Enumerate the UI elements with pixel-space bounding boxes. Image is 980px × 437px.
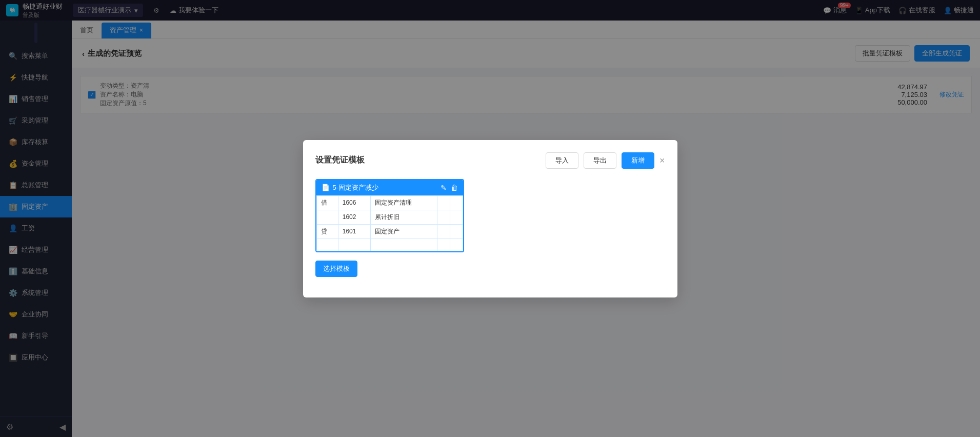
import-button[interactable]: 导入 <box>546 152 578 169</box>
template-row-debit-1 <box>437 195 450 210</box>
template-row-name-3: 固定资产 <box>371 224 437 239</box>
template-row-4 <box>316 239 463 251</box>
select-template-container: 选择模板 <box>315 261 665 277</box>
dialog-close-button[interactable]: × <box>659 156 665 165</box>
template-table: 借 1606 固定资产清理 1602 <box>316 195 463 251</box>
template-row-credit-1 <box>450 195 463 210</box>
dialog-toolbar: 导入 导出 新增 <box>546 152 654 169</box>
template-row-code-1: 1606 <box>338 195 371 210</box>
app-container: 畅 畅捷通好业财 普及版 医疗器械行业演示 ▾ ⚙ ☁ 我要体验一下 💬 消息 … <box>0 0 980 437</box>
template-card: 📄 5-固定资产减少 ✎ 🗑 <box>315 179 464 252</box>
template-row-code-4 <box>338 239 371 251</box>
template-row-3: 贷 1601 固定资产 <box>316 224 463 239</box>
template-row-code-3: 1601 <box>338 224 371 239</box>
template-row-type-3: 贷 <box>316 224 338 239</box>
dialog: 设置凭证模板 导入 导出 新增 × <box>303 140 677 297</box>
dialog-title: 设置凭证模板 <box>315 155 365 166</box>
template-edit-icon[interactable]: ✎ <box>441 184 447 192</box>
template-row-name-4 <box>371 239 437 251</box>
template-row-type-1: 借 <box>316 195 338 210</box>
dialog-header-right: 导入 导出 新增 × <box>546 152 665 169</box>
template-card-header-left: 📄 5-固定资产减少 <box>322 183 379 192</box>
export-button[interactable]: 导出 <box>584 152 616 169</box>
template-file-icon: 📄 <box>322 184 330 191</box>
template-row-debit-2 <box>437 210 450 224</box>
template-row-type-2 <box>316 210 338 224</box>
modal-overlay[interactable]: 设置凭证模板 导入 导出 新增 × <box>72 39 980 437</box>
page-content: ‹ 生成的凭证预览 批量凭证模板 全部生成凭证 ✓ 变动类型：资产清 <box>72 39 980 437</box>
content-area: 首页 资产管理 × ‹ 生成的凭证预览 批 <box>72 21 980 437</box>
template-row-debit-4 <box>437 239 450 251</box>
template-row-debit-3 <box>437 224 450 239</box>
dialog-body: 📄 5-固定资产减少 ✎ 🗑 <box>315 179 665 285</box>
template-row-code-2: 1602 <box>338 210 371 224</box>
main-layout: 🔍 搜索菜单 ⚡ 快捷导航 📊 销售管理 🛒 采购管理 📦 库存核算 <box>0 21 980 437</box>
template-row-type-4 <box>316 239 338 251</box>
template-row-name-2: 累计折旧 <box>371 210 437 224</box>
template-row-credit-3 <box>450 224 463 239</box>
template-row-credit-2 <box>450 210 463 224</box>
dialog-header: 设置凭证模板 导入 导出 新增 × <box>315 152 665 169</box>
template-row-credit-4 <box>450 239 463 251</box>
template-row-name-1: 固定资产清理 <box>371 195 437 210</box>
template-card-header: 📄 5-固定资产减少 ✎ 🗑 <box>316 180 463 195</box>
template-card-header-actions: ✎ 🗑 <box>441 184 458 192</box>
new-button[interactable]: 新增 <box>622 152 654 169</box>
template-row-2: 1602 累计折旧 <box>316 210 463 224</box>
template-delete-icon[interactable]: 🗑 <box>451 184 458 192</box>
template-row-1: 借 1606 固定资产清理 <box>316 195 463 210</box>
template-header-title: 5-固定资产减少 <box>333 183 379 192</box>
select-template-button[interactable]: 选择模板 <box>315 261 357 277</box>
